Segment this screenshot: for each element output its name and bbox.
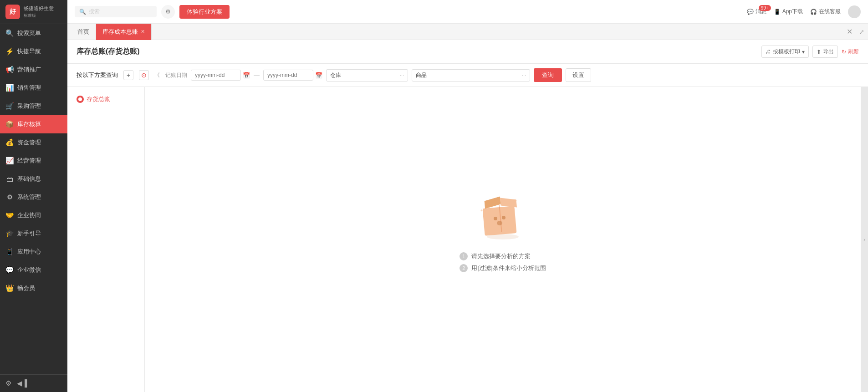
- quick-nav-icon: ⚡: [5, 47, 14, 56]
- svg-text:✦: ✦: [513, 198, 517, 204]
- sidebar-item-wechat[interactable]: 💬 企业微信: [0, 261, 67, 279]
- sidebar-item-guide[interactable]: 🎓 新手引导: [0, 224, 67, 243]
- date-end-input[interactable]: [263, 70, 313, 81]
- sidebar-item-marketing[interactable]: 📢 营销推广: [0, 61, 67, 79]
- sidebar-item-inventory[interactable]: 📦 库存核算: [0, 115, 67, 133]
- system-icon: ⚙: [5, 193, 14, 201]
- empty-tip-2: 2 用[过滤]条件来缩小分析范围: [460, 264, 546, 272]
- tab-home[interactable]: 首页: [71, 24, 96, 40]
- top-bar: 🔍 搜索 ⚙ 体验行业方案 💬 消息 99+ 📱 App下载 🎧 在线客服: [67, 0, 868, 24]
- home-tab-label: 首页: [77, 28, 89, 36]
- sidebar-item-search[interactable]: 🔍 搜索菜单: [0, 24, 67, 42]
- basic-info-icon: 🗃: [5, 175, 14, 183]
- sidebar-item-purchase[interactable]: 🛒 采购管理: [0, 97, 67, 115]
- settings-icon-btn[interactable]: ⚙: [161, 5, 175, 19]
- tab-close-icon[interactable]: ✕: [141, 29, 145, 35]
- sidebar-item-sales[interactable]: 📊 销售管理: [0, 79, 67, 97]
- top-bar-right: 💬 消息 99+ 📱 App下载 🎧 在线客服: [747, 5, 861, 18]
- calendar-end-icon[interactable]: 📅: [315, 72, 322, 79]
- sidebar-footer: ⚙ ◀▐: [0, 374, 67, 392]
- appstore-icon: 📱: [5, 248, 14, 256]
- refresh-icon: ↻: [842, 49, 846, 55]
- app-download-item[interactable]: 📱 App下载: [774, 8, 803, 15]
- user-avatar[interactable]: [848, 5, 861, 18]
- sidebar-item-finance[interactable]: 💰 资金管理: [0, 133, 67, 152]
- sidebar-item-appstore[interactable]: 📱 应用中心: [0, 243, 67, 261]
- filter-fields-row: 记账日期 📅 — 📅 仓库 ··· 商品 ···: [165, 68, 859, 82]
- search-bar[interactable]: 🔍 搜索: [75, 6, 157, 17]
- headset-icon: 🎧: [810, 9, 817, 15]
- online-service-item[interactable]: 🎧 在线客服: [810, 8, 841, 15]
- sidebar-item-cooperation[interactable]: 🤝 企业协同: [0, 206, 67, 224]
- date-end-field: 📅: [263, 70, 322, 81]
- scheme-item-inventory[interactable]: 存货总账: [73, 92, 139, 106]
- phone-icon: 📱: [774, 9, 781, 15]
- tab-bar: 首页 库存成本总账 ✕ ✕ ⤢: [67, 24, 868, 40]
- main-content: 🔍 搜索 ⚙ 体验行业方案 💬 消息 99+ 📱 App下载 🎧 在线客服 首页: [67, 0, 868, 392]
- date-start-input[interactable]: [191, 70, 241, 81]
- close-panel-button[interactable]: ✕: [844, 26, 855, 37]
- inventory-tab-label: 库存成本总账: [102, 28, 138, 36]
- logo-icon: 好: [5, 5, 20, 19]
- inventory-icon: 📦: [5, 120, 14, 128]
- app-logo: 好 畅捷通好生意 标准版: [0, 0, 67, 24]
- goods-selector[interactable]: 商品 ···: [412, 69, 530, 81]
- warehouse-more-icon: ···: [400, 72, 404, 78]
- right-panel-toggle[interactable]: ›: [861, 87, 868, 392]
- filter-label: 按以下方案查询: [77, 71, 118, 79]
- svg-point-6: [497, 221, 502, 225]
- tab-inventory-ledger[interactable]: 库存成本总账 ✕: [96, 24, 152, 40]
- export-icon: ⬆: [817, 49, 821, 55]
- finance-icon: 💰: [5, 138, 14, 147]
- calendar-start-icon[interactable]: 📅: [243, 72, 250, 79]
- export-button[interactable]: ⬆ 导出: [812, 46, 838, 58]
- print-icon: 🖨: [766, 49, 771, 55]
- empty-tips: 1 请先选择要分析的方案 2 用[过滤]条件来缩小分析范围: [460, 252, 546, 272]
- filter-settings-button[interactable]: ⊙: [139, 70, 149, 80]
- messages-item[interactable]: 💬 消息 99+: [747, 8, 766, 15]
- expand-icon[interactable]: ⤢: [859, 28, 864, 36]
- purchase-icon: 🛒: [5, 102, 14, 110]
- filter-bar: 按以下方案查询 + ⊙ 《 记账日期 📅 — 📅 仓库 ··: [67, 64, 868, 87]
- header-actions: 🖨 按模板打印 ▾ ⬆ 导出 ↻ 刷新: [761, 46, 859, 58]
- member-icon: 👑: [5, 284, 14, 292]
- industry-solution-button[interactable]: 体验行业方案: [179, 5, 230, 19]
- print-button[interactable]: 🖨 按模板打印 ▾: [761, 46, 809, 58]
- sidebar: 好 畅捷通好生意 标准版 🔍 搜索菜单 ⚡ 快捷导航 📢 营销推广 📊 销售管理…: [0, 0, 67, 392]
- warehouse-selector[interactable]: 仓库 ···: [326, 69, 408, 81]
- sidebar-item-quick-nav[interactable]: ⚡ 快捷导航: [0, 42, 67, 61]
- empty-state-area: ✦ ✦ 1 请先选择要分析的方案 2 用[过滤]条件来缩小分析范围: [145, 87, 861, 392]
- empty-illustration: ✦ ✦: [475, 189, 530, 245]
- goods-more-icon: ···: [522, 72, 526, 78]
- filter-add-button[interactable]: +: [123, 70, 133, 80]
- setup-button[interactable]: 设置: [566, 68, 591, 82]
- date-start-field: 📅: [191, 70, 250, 81]
- print-dropdown-icon: ▾: [802, 49, 805, 55]
- query-button[interactable]: 查询: [534, 68, 562, 82]
- sidebar-item-basic-info[interactable]: 🗃 基础信息: [0, 170, 67, 188]
- search-icon: 🔍: [5, 29, 14, 37]
- sidebar-nav: 🔍 搜索菜单 ⚡ 快捷导航 📢 营销推广 📊 销售管理 🛒 采购管理 📦 库存核…: [0, 24, 67, 374]
- page-wrapper: 库存总账(存货总账) 🖨 按模板打印 ▾ ⬆ 导出 ↻ 刷新 按以下方案查询: [67, 40, 868, 392]
- filter-collapse-button[interactable]: 《: [154, 71, 160, 79]
- cooperation-icon: 🤝: [5, 211, 14, 219]
- sidebar-item-member[interactable]: 👑 畅会员: [0, 279, 67, 297]
- sidebar-item-system[interactable]: ⚙ 系统管理: [0, 188, 67, 206]
- date-field-label: 记账日期: [165, 71, 187, 79]
- refresh-button[interactable]: ↻ 刷新: [842, 48, 859, 56]
- settings-footer-icon[interactable]: ⚙: [5, 379, 11, 387]
- collapse-footer-icon[interactable]: ◀▐: [17, 379, 27, 387]
- sidebar-footer-icons: ⚙ ◀▐: [5, 379, 27, 387]
- content-area: 存货总账: [67, 87, 868, 392]
- page-title: 库存总账(存货总账): [77, 47, 140, 56]
- logo-text: 畅捷通好生意 标准版: [24, 5, 54, 19]
- svg-text:✦: ✦: [480, 209, 483, 213]
- scheme-dot-icon: [77, 96, 84, 103]
- empty-tip-1: 1 请先选择要分析的方案: [460, 252, 546, 260]
- warehouse-label: 仓库: [330, 71, 341, 79]
- svg-point-0: [78, 97, 82, 101]
- marketing-icon: 📢: [5, 66, 14, 74]
- wechat-icon: 💬: [5, 266, 14, 274]
- sidebar-item-management[interactable]: 📈 经营管理: [0, 152, 67, 170]
- tab-close-area: ✕ ⤢: [844, 26, 864, 37]
